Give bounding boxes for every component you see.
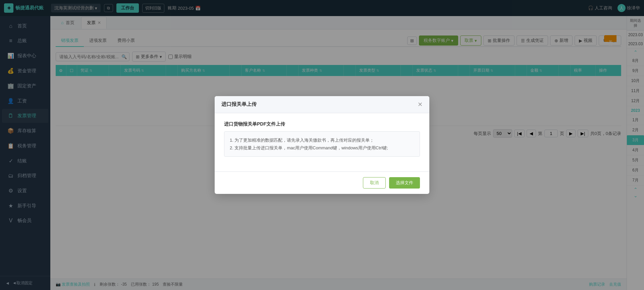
modal-body: 进口货物报关单PDF文件上传 1. 为了更加精准的数据匹配，请先录入海关缴款书，… bbox=[215, 113, 429, 172]
modal-title: 进口报关单上传 bbox=[221, 101, 257, 107]
modal-info-item-1: 1. 为了更加精准的数据匹配，请先录入海关缴款书，再上传对应的报关单； bbox=[230, 136, 414, 144]
modal-cancel-button[interactable]: 取消 bbox=[363, 177, 386, 189]
modal-select-file-button[interactable]: 选择文件 bbox=[389, 177, 420, 189]
modal-header: 进口报关单上传 ✕ bbox=[215, 96, 429, 113]
import-customs-modal: 进口报关单上传 ✕ 进口货物报关单PDF文件上传 1. 为了更加精准的数据匹配，… bbox=[215, 96, 429, 194]
modal-footer: 取消 选择文件 bbox=[215, 171, 429, 194]
modal-info-item-2: 2. 支持批量上传进口报关单，mac用户使用Command键，windows用户… bbox=[230, 144, 414, 152]
modal-close-button[interactable]: ✕ bbox=[418, 101, 423, 108]
modal-section-title: 进口货物报关单PDF文件上传 bbox=[224, 121, 420, 127]
modal-info-box: 1. 为了更加精准的数据匹配，请先录入海关缴款书，再上传对应的报关单； 2. 支… bbox=[224, 131, 420, 157]
modal-overlay[interactable]: 进口报关单上传 ✕ 进口货物报关单PDF文件上传 1. 为了更加精准的数据匹配，… bbox=[0, 0, 644, 290]
